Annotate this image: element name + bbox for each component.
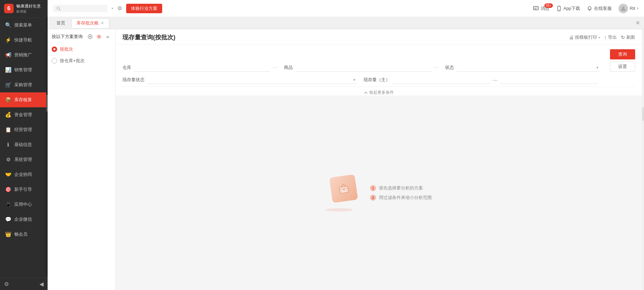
- empty-state-row: 1 请先选择要分析的方案 2 用过滤条件来缩小分析范围: [326, 174, 432, 212]
- quantity-label: 现存量（主）: [363, 77, 390, 83]
- product-input[interactable]: [295, 64, 432, 72]
- sidebar-item-label: 基础信息: [14, 142, 32, 148]
- product-field: 商品 ···: [284, 64, 445, 72]
- sidebar-item-marketing[interactable]: 📢 营销推广: [0, 48, 48, 62]
- quantity-max-input[interactable]: [500, 76, 598, 84]
- sidebar-item-label: 企业微信: [14, 216, 32, 222]
- info-icon: ℹ: [5, 141, 12, 148]
- search-dropdown-icon[interactable]: ▾: [112, 6, 113, 10]
- chart-icon: 📊: [5, 67, 12, 73]
- hint-num-2: 2: [370, 195, 376, 201]
- app-logo-icon: 6: [4, 4, 14, 13]
- handshake-icon: 🤝: [5, 171, 12, 178]
- plan-item-batch[interactable]: 按批次: [48, 43, 115, 55]
- search-box[interactable]: [53, 5, 107, 12]
- sidebar-item-enterprise[interactable]: 🤝 企业协同: [0, 167, 48, 182]
- plan-settings-btn[interactable]: [96, 33, 102, 40]
- plan-label: 按仓库+批次: [60, 58, 85, 64]
- sidebar-item-member[interactable]: 👑 畅会员: [0, 227, 48, 242]
- tab-batch-account[interactable]: 库存批次账 ✕: [71, 18, 109, 28]
- refresh-label: 刷新: [626, 34, 635, 40]
- product-more-btn[interactable]: ···: [434, 65, 438, 71]
- search-input[interactable]: [63, 6, 104, 11]
- app-name: 畅康通好生意: [16, 3, 41, 9]
- sidebar-item-quick-nav[interactable]: ⚡ 快捷导航: [0, 33, 48, 48]
- app-name-block: 畅康通好生意 标准版: [16, 3, 41, 14]
- sidebar-item-purchase[interactable]: 🛒 采购管理: [0, 77, 48, 92]
- svg-point-4: [559, 10, 559, 10]
- refresh-btn[interactable]: ↻ 刷新: [621, 34, 635, 40]
- empty-state: 1 请先选择要分析的方案 2 用过滤条件来缩小分析范围: [116, 95, 642, 290]
- settings-button[interactable]: 设置: [610, 61, 635, 72]
- sidebar-item-basic-info[interactable]: ℹ 基础信息: [0, 137, 48, 152]
- export-label: 导出: [608, 34, 617, 40]
- crown-icon: 👑: [5, 231, 12, 238]
- sidebar-item-label: 销售管理: [14, 67, 32, 73]
- clipboard-icon: 📋: [5, 126, 12, 133]
- export-btn[interactable]: ↑ 导出: [604, 34, 617, 40]
- print-icon: 🖨: [569, 35, 574, 40]
- plan-dot-inactive: [52, 58, 57, 64]
- tab-close-icon[interactable]: ✕: [101, 21, 104, 25]
- collapse-sidebar-icon[interactable]: ◀: [39, 281, 44, 287]
- inv-status-select[interactable]: [147, 76, 357, 84]
- user-avatar: [618, 4, 628, 13]
- right-scrollbar: [642, 29, 644, 290]
- print-btn[interactable]: 🖨 按模板打印 ▾: [569, 34, 600, 40]
- sidebar-item-sales[interactable]: 📊 销售管理: [0, 62, 48, 77]
- add-plan-btn[interactable]: [87, 33, 94, 40]
- sidebar-scrollbar-thumb: [46, 95, 48, 112]
- username-label: Rit: [630, 6, 635, 11]
- query-button[interactable]: 查询: [610, 49, 635, 59]
- online-service-btn[interactable]: 在线客服: [587, 5, 612, 12]
- refresh-icon: ↻: [621, 35, 625, 40]
- main-wrapper: ▾ ⚙ 体验行业方案 消息 99+ App下载: [48, 0, 644, 290]
- sidebar-item-app-center[interactable]: 📱 应用中心: [0, 197, 48, 212]
- hint-text-2: 用过滤条件来缩小分析范围: [379, 195, 432, 201]
- filter-row-1: 仓库 ··· 商品 ··· 状态: [122, 49, 635, 72]
- hint-num-1: 1: [370, 185, 376, 191]
- sidebar-item-search[interactable]: 🔍 搜索菜单: [0, 18, 48, 33]
- sidebar-scrollbar-track: [46, 17, 48, 276]
- right-main: 现存量查询(按批次) 🖨 按模板打印 ▾ ↑ 导出 ↻ 刷新: [116, 29, 642, 290]
- header-settings-icon[interactable]: ⚙: [117, 5, 122, 12]
- sidebar-item-inventory[interactable]: 📦 库存核算: [0, 92, 48, 107]
- left-panel-header: 按以下方案查询: [48, 33, 115, 43]
- warehouse-field: 仓库 ···: [122, 64, 284, 72]
- warehouse-input[interactable]: [134, 64, 270, 72]
- collapse-panel-btn[interactable]: «: [104, 33, 111, 40]
- tab-home[interactable]: 首页: [52, 18, 70, 28]
- plan-item-warehouse-batch[interactable]: 按仓库+批次: [48, 55, 115, 67]
- warehouse-more-btn[interactable]: ···: [272, 65, 277, 71]
- inv-status-label: 现存量状态: [122, 77, 145, 83]
- collapse-more-btn[interactable]: 收起更多条件: [122, 87, 635, 95]
- sidebar-item-new-guide[interactable]: 🎯 新手引导: [0, 182, 48, 197]
- industry-btn[interactable]: 体验行业方案: [126, 4, 162, 13]
- status-select[interactable]: [457, 64, 600, 72]
- messages-btn[interactable]: 消息 99+: [533, 5, 549, 12]
- sidebar-logo: 6 畅康通好生意 标准版: [0, 0, 48, 18]
- tab-home-label: 首页: [56, 20, 65, 26]
- quantity-dash: —: [493, 77, 497, 83]
- filter-row-2: 现存量状态 ▾ 现存量（主） —: [122, 76, 635, 84]
- app-download-btn[interactable]: App下载: [556, 5, 580, 12]
- collapse-label: 收起更多条件: [369, 90, 394, 95]
- phone-icon: [556, 6, 562, 11]
- quantity-range: —: [393, 76, 598, 84]
- gear-icon: ⚙: [5, 156, 12, 163]
- top-header: ▾ ⚙ 体验行业方案 消息 99+ App下载: [48, 0, 644, 17]
- tab-bar-close-btn[interactable]: ✕: [635, 20, 640, 26]
- product-label: 商品: [284, 65, 293, 71]
- sidebar-item-operations[interactable]: 📋 经营管理: [0, 122, 48, 137]
- message-icon: [533, 5, 539, 12]
- sidebar-item-finance[interactable]: 💰 资金管理: [0, 107, 48, 122]
- sidebar-item-wechat[interactable]: 💬 企业微信: [0, 212, 48, 227]
- sidebar-item-system[interactable]: ⚙ 系统管理: [0, 152, 48, 167]
- left-panel: 按以下方案查询: [48, 29, 116, 290]
- user-avatar-btn[interactable]: Rit ▾: [618, 4, 639, 13]
- quantity-min-input[interactable]: [393, 76, 490, 84]
- status-label: 状态: [445, 65, 454, 71]
- settings-bottom-icon[interactable]: ⚙: [4, 281, 9, 287]
- sidebar-item-label: 畅会员: [14, 231, 28, 237]
- sidebar-item-label: 企业协同: [14, 171, 32, 178]
